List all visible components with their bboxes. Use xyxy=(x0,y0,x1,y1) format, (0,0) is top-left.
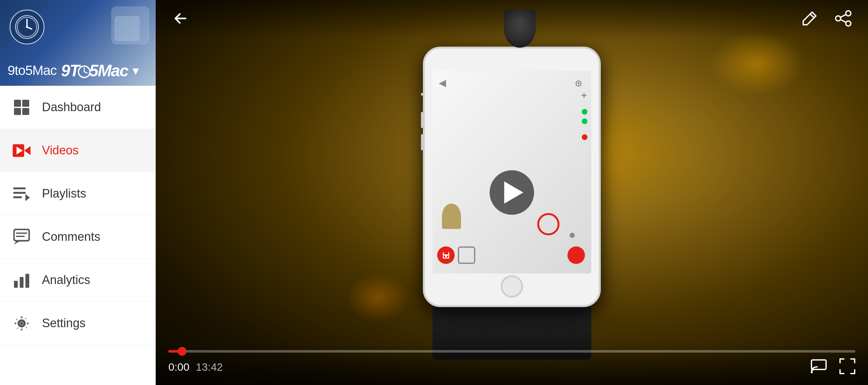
video-panel: ◀ + xyxy=(156,0,868,385)
video-icon xyxy=(13,142,31,159)
header-tile-inner xyxy=(114,16,140,41)
svg-rect-9 xyxy=(22,100,29,107)
light-bokeh-right xyxy=(709,32,804,95)
back-button[interactable] xyxy=(172,9,189,29)
svg-point-38 xyxy=(570,233,575,238)
clock-icon xyxy=(14,14,40,40)
playlists-icon xyxy=(13,185,31,203)
back-arrow-icon xyxy=(172,9,189,27)
svg-point-33 xyxy=(846,21,851,26)
svg-line-30 xyxy=(810,14,814,18)
screen-gear-icon xyxy=(566,229,579,242)
phone-home-button xyxy=(501,276,523,298)
sidebar-item-dashboard-label: Dashboard xyxy=(42,100,101,114)
screen-led-2 xyxy=(582,119,587,124)
svg-point-31 xyxy=(846,11,851,16)
right-controls xyxy=(811,358,855,376)
svg-rect-10 xyxy=(14,108,21,115)
channel-brand: 9T 5Mac xyxy=(61,61,128,80)
sidebar-item-comments[interactable]: Comments xyxy=(0,215,156,259)
phone-volume-down xyxy=(421,134,424,150)
screen-back: ◀ xyxy=(439,77,446,88)
current-time: 0:00 xyxy=(168,361,189,373)
sidebar-item-settings[interactable]: Settings xyxy=(0,302,156,345)
analytics-icon xyxy=(13,271,31,289)
sidebar-item-videos[interactable]: Videos xyxy=(0,129,156,172)
svg-line-35 xyxy=(841,20,846,22)
channel-dropdown-icon[interactable]: ▾ xyxy=(132,63,139,78)
cast-button[interactable] xyxy=(811,359,827,375)
screen-led-1 xyxy=(582,109,587,115)
sidebar-item-videos-label: Videos xyxy=(42,143,79,157)
sidebar-item-comments-label: Comments xyxy=(42,230,100,244)
svg-marker-13 xyxy=(24,146,31,155)
progress-fill xyxy=(168,350,182,353)
video-controls: 0:00 13:42 xyxy=(156,344,868,385)
progress-bar[interactable] xyxy=(168,350,855,353)
svg-rect-24 xyxy=(20,277,24,288)
screen-download-btn xyxy=(437,247,455,264)
total-time: 13:42 xyxy=(196,361,223,373)
phone-volume-up xyxy=(421,112,424,128)
settings-icon xyxy=(13,315,31,332)
screen-settings xyxy=(572,77,585,90)
object-on-desk xyxy=(442,204,461,229)
svg-rect-8 xyxy=(14,100,21,107)
sidebar-item-settings-label: Settings xyxy=(42,316,86,330)
comments-icon xyxy=(13,228,31,246)
progress-thumb xyxy=(178,347,186,356)
channel-name-row: 9to5Mac 9T 5Mac ▾ xyxy=(8,61,139,80)
cast-icon xyxy=(811,359,827,373)
svg-point-29 xyxy=(20,322,23,325)
svg-point-40 xyxy=(811,371,813,373)
light-bokeh-center xyxy=(346,274,410,321)
svg-line-34 xyxy=(841,14,846,17)
edit-button[interactable] xyxy=(801,9,818,29)
svg-rect-25 xyxy=(25,274,29,288)
sidebar-item-dashboard[interactable]: Dashboard xyxy=(0,86,156,129)
top-right-controls xyxy=(801,9,852,29)
svg-line-7 xyxy=(84,72,87,73)
video-background: ◀ + xyxy=(156,0,868,385)
edit-pencil-icon xyxy=(801,9,818,27)
svg-rect-23 xyxy=(14,281,18,288)
nav-list: Dashboard Videos xyxy=(0,86,156,385)
sidebar-item-analytics[interactable]: Analytics xyxy=(0,259,156,302)
svg-rect-11 xyxy=(22,108,29,115)
svg-point-4 xyxy=(26,26,28,28)
fullscreen-button[interactable] xyxy=(839,358,855,376)
screen-record-btn xyxy=(567,247,585,264)
svg-marker-18 xyxy=(25,194,30,201)
time-display: 0:00 13:42 xyxy=(168,361,223,373)
screen-focus-indicator xyxy=(537,213,559,235)
svg-point-32 xyxy=(836,16,841,21)
screen-aspect-btn xyxy=(458,247,475,264)
controls-row: 0:00 13:42 xyxy=(168,358,855,376)
play-button[interactable] xyxy=(490,170,534,215)
channel-logo xyxy=(9,9,44,44)
grid-icon xyxy=(13,98,31,116)
channel-header: 9to5Mac 9T 5Mac ▾ xyxy=(0,0,156,86)
brand-clock-small xyxy=(78,64,91,80)
sidebar-item-analytics-label: Analytics xyxy=(42,273,90,287)
video-topbar xyxy=(156,0,868,38)
svg-rect-19 xyxy=(14,229,29,241)
sidebar-item-playlists[interactable]: Playlists xyxy=(0,172,156,215)
share-icon xyxy=(834,9,852,27)
svg-point-37 xyxy=(578,83,580,85)
sidebar: 9to5Mac 9T 5Mac ▾ xyxy=(0,0,156,385)
play-triangle-icon xyxy=(504,181,523,204)
video-content: ◀ + xyxy=(156,0,868,385)
screen-plus: + xyxy=(581,90,587,101)
fullscreen-icon xyxy=(839,358,855,374)
share-button[interactable] xyxy=(834,9,852,29)
screen-led-3 xyxy=(582,134,587,140)
sidebar-item-playlists-label: Playlists xyxy=(42,187,86,200)
phone-side-btn-1 xyxy=(421,93,424,96)
channel-name: 9to5Mac xyxy=(8,63,57,78)
